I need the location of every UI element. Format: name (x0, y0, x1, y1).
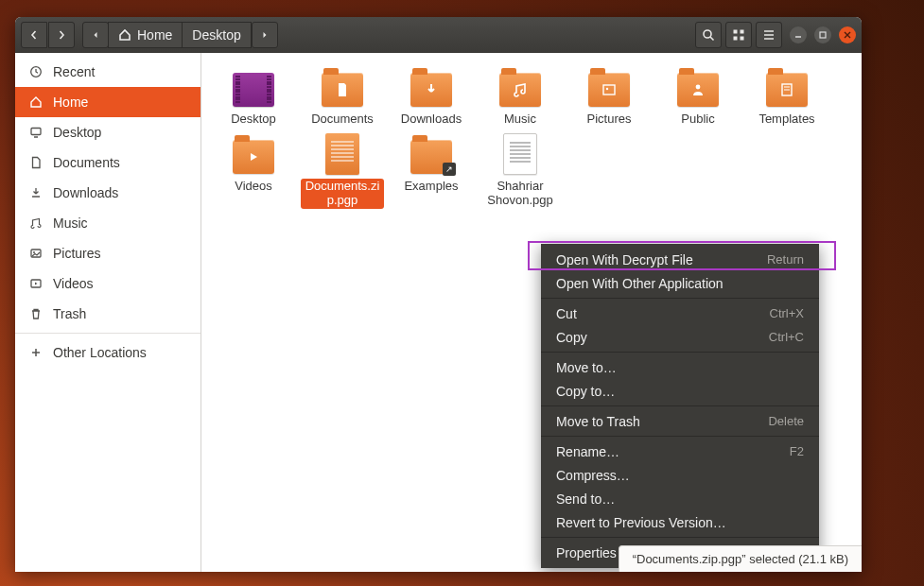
folder-icon: ↗ (410, 140, 452, 174)
file-label: Desktop (228, 112, 279, 128)
menu-item-label: Open With Other Application (556, 276, 724, 291)
pictures-icon (28, 247, 44, 260)
folder-icon (233, 140, 274, 174)
sidebar-item-other-locations[interactable]: Other Locations (15, 337, 200, 368)
triangle-right-icon (261, 31, 269, 39)
sidebar-item-label: Music (53, 215, 88, 231)
menu-item[interactable]: Copy Ctrl+C (541, 325, 819, 349)
file-item[interactable]: Desktop (209, 64, 298, 128)
minimize-button[interactable] (790, 26, 807, 43)
trash-icon (28, 307, 44, 320)
close-button[interactable] (839, 26, 856, 43)
sidebar-item-label: Videos (53, 276, 94, 291)
path-back-segment[interactable] (82, 22, 109, 48)
menu-item-label: Move to Trash (556, 414, 640, 429)
menu-item-shortcut: Ctrl+X (770, 306, 804, 320)
file-item[interactable]: Videos (209, 131, 298, 209)
menu-item-label: Copy (556, 330, 587, 345)
file-label: Documents (308, 112, 376, 128)
sidebar-item-trash[interactable]: Trash (15, 299, 200, 329)
svg-rect-1 (734, 30, 738, 34)
encrypted-file-icon (325, 133, 359, 175)
plus-icon (28, 346, 44, 359)
file-label: Documents.zip.pgp (301, 179, 384, 209)
file-item[interactable]: Public (654, 64, 742, 128)
menu-item-label: Open With Decrypt File (556, 252, 693, 267)
file-label: Templates (756, 112, 817, 128)
downloads-icon (28, 186, 44, 199)
menu-item[interactable]: Compress… (541, 463, 819, 487)
file-label: Shahriar Shovon.pgp (479, 179, 562, 209)
path-segment-label: Desktop (192, 27, 240, 43)
svg-rect-7 (31, 129, 41, 135)
menu-separator (541, 436, 819, 437)
menu-item[interactable]: Open With Other Application (541, 271, 819, 295)
menu-separator (541, 405, 819, 406)
symlink-badge-icon: ↗ (443, 163, 456, 176)
sidebar-item-downloads[interactable]: Downloads (15, 178, 200, 208)
sidebar-item-recent[interactable]: Recent (15, 57, 200, 87)
svg-rect-11 (603, 85, 615, 95)
status-bar: “Documents.zip.pgp” selected (21.1 kB) (619, 545, 862, 572)
home-icon (118, 28, 131, 42)
path-segment-home[interactable]: Home (108, 22, 183, 48)
chevron-left-icon (29, 30, 39, 40)
sidebar-item-label: Home (53, 95, 88, 110)
maximize-icon (819, 31, 827, 39)
menu-button[interactable] (756, 22, 782, 48)
menu-item[interactable]: Move to… (541, 355, 819, 379)
file-item[interactable]: ↗ Examples (387, 131, 476, 209)
sidebar-item-label: Recent (53, 64, 95, 79)
folder-icon (677, 73, 719, 107)
file-item[interactable]: Documents (298, 64, 387, 128)
svg-rect-5 (820, 32, 826, 38)
document-icon (503, 133, 537, 175)
menu-item[interactable]: Open With Decrypt File Return (541, 248, 819, 271)
file-item[interactable]: Documents.zip.pgp (298, 131, 387, 209)
icon-view[interactable]: Desktop Documents Downloads (201, 53, 862, 224)
nav-forward-button[interactable] (48, 22, 75, 48)
view-grid-button[interactable] (725, 22, 752, 48)
menu-separator (541, 298, 819, 299)
svg-point-12 (606, 88, 608, 90)
menu-item[interactable]: Rename… F2 (541, 440, 819, 463)
sidebar-item-home[interactable]: Home (15, 87, 200, 117)
menu-item[interactable]: Copy to… (541, 379, 819, 403)
menu-item[interactable]: Cut Ctrl+X (541, 302, 819, 325)
sidebar-item-label: Trash (53, 306, 86, 321)
maximize-button[interactable] (814, 26, 831, 43)
music-icon (28, 216, 44, 230)
sidebar-item-label: Pictures (53, 246, 101, 261)
sidebar-item-label: Other Locations (53, 345, 147, 360)
sidebar-item-desktop[interactable]: Desktop (15, 117, 200, 147)
search-button[interactable] (695, 22, 722, 48)
path-forward-segment[interactable] (252, 22, 278, 48)
sidebar-item-label: Documents (53, 155, 120, 170)
file-label: Videos (232, 179, 275, 195)
file-item[interactable]: Music (476, 64, 565, 128)
file-item[interactable]: Shahriar Shovon.pgp (476, 131, 565, 209)
menu-item-label: Compress… (556, 468, 630, 483)
sidebar-item-music[interactable]: Music (15, 208, 200, 238)
sidebar-item-documents[interactable]: Documents (15, 147, 200, 178)
menu-item[interactable]: Revert to Previous Version… (541, 510, 819, 534)
file-item[interactable]: Downloads (387, 64, 476, 128)
path-segment-desktop[interactable]: Desktop (182, 22, 251, 48)
menu-item[interactable]: Move to Trash Delete (541, 409, 819, 433)
svg-rect-4 (741, 37, 744, 41)
svg-rect-3 (734, 37, 738, 41)
menu-item-shortcut: Return (767, 252, 804, 267)
menu-separator (541, 352, 819, 353)
sidebar-item-pictures[interactable]: Pictures (15, 238, 200, 268)
svg-point-0 (704, 30, 711, 38)
hamburger-icon (762, 28, 776, 42)
nav-back-button[interactable] (21, 22, 47, 48)
menu-item-label: Properties (556, 545, 617, 560)
menu-item-shortcut: Ctrl+C (769, 330, 804, 344)
file-item[interactable]: Templates (742, 64, 831, 128)
file-item[interactable]: Pictures (565, 64, 654, 128)
header-bar: HomeDesktop (15, 17, 862, 53)
menu-item[interactable]: Send to… (541, 487, 819, 510)
sidebar-item-videos[interactable]: Videos (15, 268, 200, 299)
sidebar: Recent Home Desktop Documents Downloads … (15, 53, 201, 572)
